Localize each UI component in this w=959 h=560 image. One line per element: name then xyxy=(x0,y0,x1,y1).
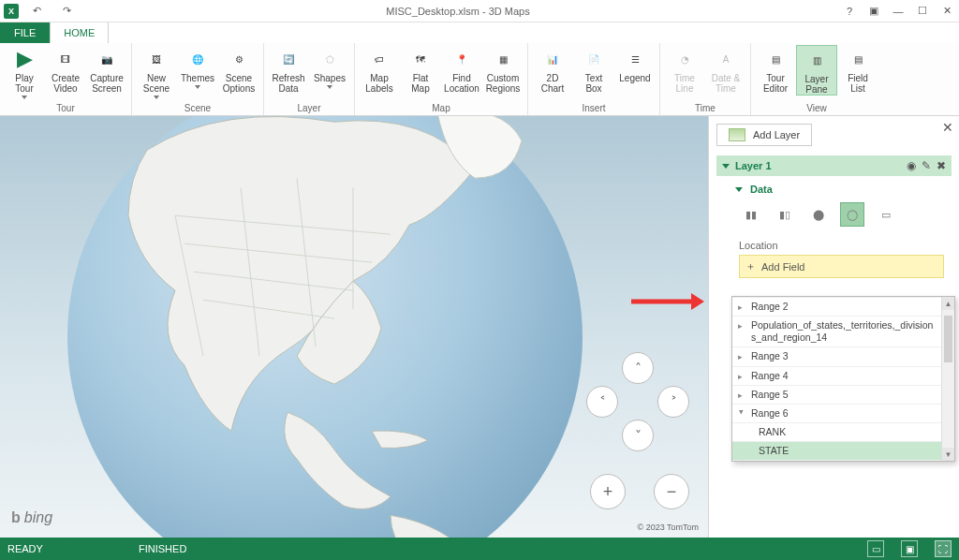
heatmap-type[interactable]: ◯ xyxy=(840,202,864,227)
data-section-header[interactable]: Data xyxy=(716,182,952,202)
flat-map-button[interactable]: 🗺Flat Map xyxy=(400,45,441,94)
pan-left-button[interactable]: ˂ xyxy=(586,386,618,418)
shapes-button[interactable]: ⬠Shapes xyxy=(309,45,350,89)
rename-icon[interactable]: ✎ xyxy=(922,159,931,172)
bing-logo: bbing xyxy=(11,509,52,526)
layer-header[interactable]: Layer 1 ◉ ✎ ✖ xyxy=(716,155,952,176)
zoom-controls: + − xyxy=(590,474,689,509)
pan-right-button[interactable]: ˃ xyxy=(657,386,689,418)
themes-button[interactable]: 🌐Themes xyxy=(177,45,218,89)
map-credit: © 2023 TomTom xyxy=(638,523,700,532)
undo-button[interactable]: ↶ xyxy=(24,0,49,22)
title-bar: X ↶ ↷ MISC_Desktop.xlsm - 3D Maps ? ▣ — … xyxy=(0,0,959,22)
2d-chart-button[interactable]: 📊2D Chart xyxy=(532,45,573,94)
layer-name: Layer 1 xyxy=(735,160,772,171)
ribbon-tabs: FILE HOME xyxy=(0,22,959,43)
navigation-pad: ˄ ˅ ˂ ˃ xyxy=(586,352,689,455)
status-view-1[interactable]: ▭ xyxy=(867,540,884,557)
timeline-icon: ◔ xyxy=(672,47,697,71)
field-range-4[interactable]: ▸Range 4 xyxy=(732,367,941,386)
find-location-button[interactable]: 📍Find Location xyxy=(441,45,482,94)
group-view: ▤Tour Editor ▥Layer Pane ▤Field List Vie… xyxy=(751,43,882,115)
map-labels-button[interactable]: 🏷Map Labels xyxy=(359,45,400,94)
chart-type-selector: ▮▮ ▮▯ ⬤ ◯ ▭ xyxy=(716,202,952,238)
group-time: ◔Time Line ADate & Time Time xyxy=(660,43,751,115)
region-type[interactable]: ▭ xyxy=(874,202,898,227)
layer-pane: ✕ Add Layer Layer 1 ◉ ✎ ✖ Data ▮▮ ▮▯ ⬤ ◯… xyxy=(708,116,959,538)
field-list-icon: ▤ xyxy=(846,47,870,71)
tour-editor-icon: ▤ xyxy=(763,47,788,71)
shapes-icon: ⬠ xyxy=(317,47,342,71)
svg-marker-2 xyxy=(691,293,704,310)
scroll-up-button[interactable]: ▲ xyxy=(942,297,954,310)
group-layer: 🔄Refresh Data ⬠Shapes Layer xyxy=(264,43,355,115)
plus-icon: ＋ xyxy=(745,259,756,273)
maximize-button[interactable]: ☐ xyxy=(910,0,935,22)
minimize-button[interactable]: — xyxy=(886,0,910,22)
delete-layer-icon[interactable]: ✖ xyxy=(937,159,946,172)
refresh-icon: 🔄 xyxy=(276,47,301,71)
bubble-type[interactable]: ⬤ xyxy=(806,202,831,227)
field-range-5[interactable]: ▸Range 5 xyxy=(732,386,941,405)
status-view-2[interactable]: ▣ xyxy=(901,540,918,557)
group-scene: 🖼New Scene 🌐Themes ⚙Scene Options Scene xyxy=(132,43,264,115)
globe-icon: 🌐 xyxy=(185,47,210,71)
main-area: ˄ ˅ ˂ ˃ + − bbing © 2023 TomTom ✕ Add La… xyxy=(0,116,959,538)
tour-editor-button[interactable]: ▤Tour Editor xyxy=(755,45,796,94)
refresh-data-button[interactable]: 🔄Refresh Data xyxy=(268,45,309,94)
custom-regions-button[interactable]: ▦Custom Regions xyxy=(482,45,524,94)
clustered-column-type[interactable]: ▮▯ xyxy=(773,202,797,227)
tab-home[interactable]: HOME xyxy=(50,22,109,43)
zoom-in-button[interactable]: + xyxy=(590,474,626,509)
tab-file[interactable]: FILE xyxy=(0,22,50,43)
map-viewport[interactable]: ˄ ˅ ˂ ˃ + − bbing © 2023 TomTom xyxy=(0,116,708,538)
window-title: MISC_Desktop.xlsm - 3D Maps xyxy=(79,6,837,17)
textbox-icon: 📄 xyxy=(582,47,606,71)
field-range-3[interactable]: ▸Range 3 xyxy=(732,347,941,366)
scroll-thumb[interactable] xyxy=(944,316,952,362)
field-rank[interactable]: RANK xyxy=(732,423,941,442)
legend-icon: ☰ xyxy=(623,47,647,71)
location-icon: 📍 xyxy=(450,47,474,71)
scroll-down-button[interactable]: ▼ xyxy=(942,448,954,461)
play-tour-button[interactable]: ▶Play Tour xyxy=(4,45,45,99)
field-picker-popup: ▸Range 2 ▸Population_of_states,_territor… xyxy=(731,296,955,462)
status-bar: READY FINISHED ▭ ▣ ⛶ xyxy=(0,538,959,560)
pan-up-button[interactable]: ˄ xyxy=(622,352,654,384)
stacked-column-type[interactable]: ▮▮ xyxy=(739,202,763,227)
text-box-button[interactable]: 📄Text Box xyxy=(573,45,614,94)
play-icon: ▶ xyxy=(12,47,37,71)
date-time-button[interactable]: ADate & Time xyxy=(705,45,746,94)
field-range-top[interactable]: ▸Range 2 xyxy=(732,297,941,317)
pane-close-button[interactable]: ✕ xyxy=(942,120,953,135)
new-scene-button[interactable]: 🖼New Scene xyxy=(136,45,177,99)
field-population[interactable]: ▸Population_of_states,_territories,_divi… xyxy=(732,317,941,347)
close-window-button[interactable]: ✕ xyxy=(935,0,959,22)
flat-map-icon: 🗺 xyxy=(408,47,433,71)
regions-icon: ▦ xyxy=(491,47,515,71)
app-icon: X xyxy=(4,4,19,19)
scene-options-button[interactable]: ⚙Scene Options xyxy=(218,45,259,94)
pan-down-button[interactable]: ˅ xyxy=(622,420,654,451)
ribbon-display-button[interactable]: ▣ xyxy=(862,0,886,22)
create-video-button[interactable]: 🎞Create Video xyxy=(45,45,86,94)
add-layer-button[interactable]: Add Layer xyxy=(716,124,812,146)
status-view-3[interactable]: ⛶ xyxy=(935,540,952,557)
layer-pane-button[interactable]: ▥Layer Pane xyxy=(796,45,837,96)
field-range-6[interactable]: ▸Range 6 xyxy=(732,405,941,423)
help-button[interactable]: ? xyxy=(837,0,862,22)
annotation-arrow xyxy=(629,290,704,313)
legend-button[interactable]: ☰Legend xyxy=(614,45,656,83)
zoom-out-button[interactable]: − xyxy=(654,474,689,509)
field-state[interactable]: STATE xyxy=(732,442,941,461)
group-insert: 📊2D Chart 📄Text Box ☰Legend Insert xyxy=(528,43,660,115)
add-field-button[interactable]: ＋ Add Field xyxy=(739,255,944,278)
popup-scrollbar[interactable]: ▲ ▼ xyxy=(941,297,954,461)
field-list-button[interactable]: ▤Field List xyxy=(837,45,878,94)
capture-screen-button[interactable]: 📷Capture Screen xyxy=(86,45,127,94)
visibility-icon[interactable]: ◉ xyxy=(907,159,916,172)
redo-button[interactable]: ↷ xyxy=(54,0,79,22)
location-label: Location xyxy=(716,238,952,255)
new-scene-icon: 🖼 xyxy=(144,47,169,71)
time-line-button[interactable]: ◔Time Line xyxy=(664,45,705,94)
